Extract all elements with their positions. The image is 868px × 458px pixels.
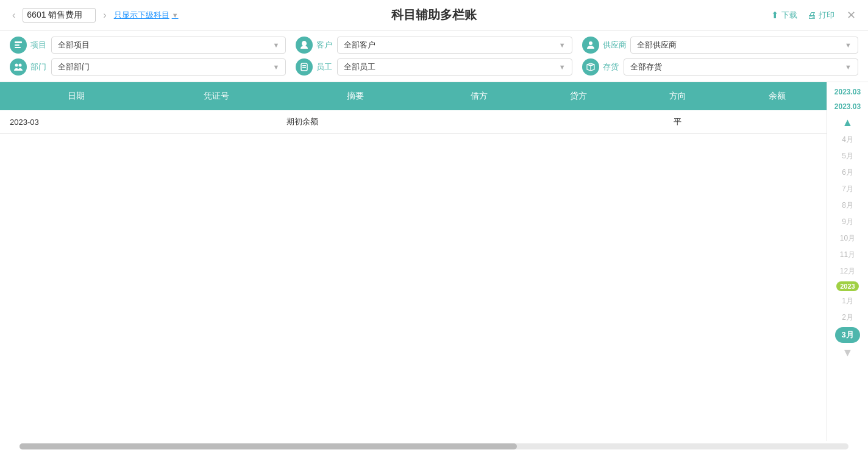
title-bar: ‹ 6601 销售费用 › 只显示下级科目 ▼ 科目辅助多栏账 ⬆ 下载 🖨 打…: [0, 0, 868, 30]
cell-date: 2023-03: [0, 110, 152, 134]
scrollbar-thumb[interactable]: [20, 443, 517, 449]
timeline-month-11[interactable]: 11月: [827, 247, 868, 263]
timeline-month-8[interactable]: 8月: [827, 197, 868, 214]
svg-point-3: [589, 41, 592, 45]
cell-direction: 平: [628, 110, 727, 134]
print-icon: 🖨: [807, 10, 816, 20]
inventory-value: 全部存货: [630, 62, 662, 72]
dept-icon: [10, 58, 27, 76]
timeline-month-5[interactable]: 5月: [827, 148, 868, 164]
col-date: 日期: [0, 82, 152, 110]
supplier-icon: [582, 37, 599, 54]
filter-area: 项目 全部项目 ▼ 客户 全部客户 ▼: [0, 30, 868, 82]
dept-select[interactable]: 全部部门 ▼: [51, 58, 286, 76]
table-header-row: 日期 凭证号 摘要 借方 贷方 方向 余额: [0, 82, 827, 110]
scrollbar-area: [0, 441, 868, 458]
horizontal-scrollbar[interactable]: [20, 443, 848, 449]
prev-account-button[interactable]: ‹: [10, 10, 18, 21]
print-button[interactable]: 🖨 打印: [807, 10, 834, 21]
cell-debit: [430, 110, 529, 134]
filter-row-2: 部门 全部部门 ▼ 员工 全部员工 ▼: [10, 58, 858, 76]
timeline-month-1[interactable]: 1月: [827, 293, 868, 309]
timeline-month-3-active[interactable]: 3月: [835, 327, 859, 343]
timeline-range-start: 2023.03: [827, 85, 868, 99]
svg-rect-2: [15, 47, 21, 48]
dept-label: 部门: [30, 62, 48, 72]
account-code: 6601 销售费用: [23, 8, 96, 23]
employee-chevron: ▼: [559, 63, 566, 71]
timeline-month-10[interactable]: 10月: [827, 230, 868, 247]
right-panel: 2023.03 2023.03 ▲ 4月 5月 6月 7月 8月 9月 10月 …: [827, 82, 868, 441]
cell-summary: 期初余额: [280, 110, 429, 134]
svg-rect-1: [15, 44, 20, 46]
customer-icon: [296, 37, 313, 54]
svg-rect-7: [302, 65, 306, 66]
project-chevron: ▼: [272, 41, 279, 49]
year-badge-2023: 2023: [836, 281, 858, 291]
download-button[interactable]: ⬆ 下载: [771, 10, 797, 21]
cell-voucher: [152, 110, 280, 134]
cell-credit: [528, 110, 628, 134]
col-direction: 方向: [628, 82, 727, 110]
download-icon: ⬆: [771, 10, 779, 21]
table-row: 2023-03 期初余额 平: [0, 110, 827, 134]
filter-item-project: 项目 全部项目 ▼: [10, 37, 286, 54]
employee-value: 全部员工: [344, 62, 375, 72]
svg-point-4: [15, 64, 18, 67]
customer-select[interactable]: 全部客户 ▼: [337, 37, 572, 54]
main-table-area[interactable]: 日期 凭证号 摘要 借方 贷方 方向 余额 2023-03 期初余额 平: [0, 82, 827, 441]
timeline-up-button[interactable]: ▲: [840, 114, 856, 132]
project-select[interactable]: 全部项目 ▼: [51, 37, 286, 54]
customer-label: 客户: [316, 40, 333, 51]
timeline-range-end: 2023.03: [827, 99, 868, 114]
inventory-icon: [582, 58, 599, 76]
supplier-select[interactable]: 全部供应商 ▼: [630, 37, 858, 54]
dept-chevron: ▼: [272, 63, 279, 71]
col-summary: 摘要: [280, 82, 429, 110]
inventory-label: 存货: [603, 62, 620, 72]
supplier-value: 全部供应商: [637, 40, 677, 51]
timeline-month-9[interactable]: 9月: [827, 214, 868, 230]
employee-icon: [296, 58, 313, 76]
main-window: ‹ 6601 销售费用 › 只显示下级科目 ▼ 科目辅助多栏账 ⬆ 下载 🖨 打…: [0, 0, 868, 458]
col-voucher: 凭证号: [152, 82, 280, 110]
filter-row-1: 项目 全部项目 ▼ 客户 全部客户 ▼: [10, 37, 858, 54]
supplier-label: 供应商: [603, 40, 627, 51]
project-value: 全部项目: [58, 40, 90, 51]
timeline-month-7[interactable]: 7月: [827, 181, 868, 197]
svg-rect-0: [15, 41, 22, 43]
filter-item-employee: 员工 全部员工 ▼: [296, 58, 572, 76]
chevron-down-icon: ▼: [172, 12, 179, 19]
employee-select[interactable]: 全部员工 ▼: [337, 58, 572, 76]
col-balance: 余额: [727, 82, 827, 110]
page-title: 科目辅助多栏账: [391, 7, 477, 23]
timeline-month-6[interactable]: 6月: [827, 164, 868, 181]
close-button[interactable]: ✕: [844, 6, 858, 24]
inventory-select[interactable]: 全部存货 ▼: [624, 58, 858, 76]
project-icon: [10, 37, 27, 54]
table-wrapper: 日期 凭证号 摘要 借方 贷方 方向 余额 2023-03 期初余额 平: [0, 82, 868, 441]
inventory-chevron: ▼: [845, 63, 852, 71]
timeline-month-12[interactable]: 12月: [827, 263, 868, 280]
filter-item-dept: 部门 全部部门 ▼: [10, 58, 286, 76]
customer-value: 全部客户: [344, 40, 375, 51]
filter-item-supplier: 供应商 全部供应商 ▼: [582, 37, 858, 54]
show-sub-button[interactable]: 只显示下级科目 ▼: [114, 10, 179, 21]
next-account-button[interactable]: ›: [101, 10, 108, 21]
filter-item-customer: 客户 全部客户 ▼: [296, 37, 572, 54]
timeline-down-button[interactable]: ▼: [840, 344, 856, 362]
customer-chevron: ▼: [559, 41, 566, 49]
svg-rect-8: [302, 67, 306, 68]
svg-point-5: [19, 64, 22, 67]
col-credit: 贷方: [528, 82, 628, 110]
supplier-chevron: ▼: [845, 41, 852, 49]
filter-item-inventory: 存货 全部存货 ▼: [582, 58, 858, 76]
dept-value: 全部部门: [58, 62, 90, 72]
title-left: ‹ 6601 销售费用 › 只显示下级科目 ▼: [10, 8, 179, 23]
col-debit: 借方: [430, 82, 529, 110]
timeline-month-2[interactable]: 2月: [827, 309, 868, 326]
ledger-table: 日期 凭证号 摘要 借方 贷方 方向 余额 2023-03 期初余额 平: [0, 82, 827, 134]
title-actions: ⬆ 下载 🖨 打印 ✕: [771, 6, 858, 24]
timeline-month-4[interactable]: 4月: [827, 132, 868, 148]
cell-balance: [727, 110, 827, 134]
